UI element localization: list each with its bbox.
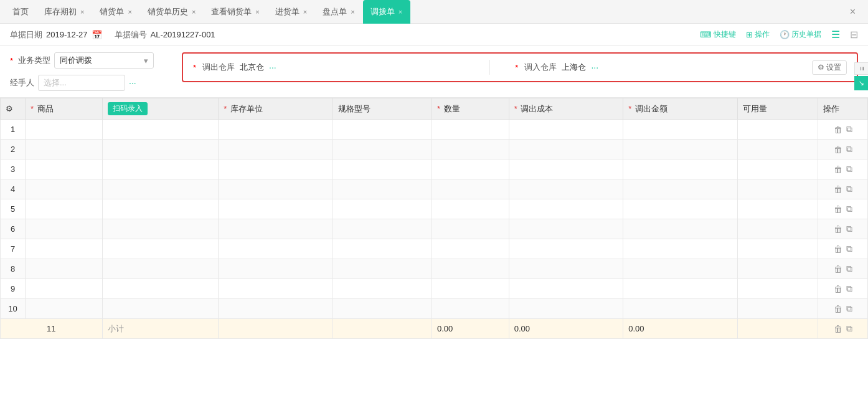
layout-icon-1[interactable]: ☰ (831, 29, 840, 40)
row-6-spec[interactable] (333, 219, 432, 239)
row-3-spec[interactable] (333, 159, 432, 179)
row-8-delete-icon[interactable]: 🗑 (834, 264, 842, 274)
row-1-cost[interactable] (509, 120, 623, 140)
row-5-unit[interactable] (219, 199, 333, 219)
data-table-wrap[interactable]: ⚙ * 商品 扫码录入 * 库存单位 规格型号 (0, 98, 868, 395)
row-9-product[interactable] (26, 279, 103, 299)
subtotal-copy-icon[interactable]: ⧉ (846, 323, 852, 334)
tab-transfer[interactable]: 调拨单 × (363, 0, 410, 24)
row-9-copy-icon[interactable]: ⧉ (846, 283, 852, 294)
row-6-copy-icon[interactable]: ⧉ (846, 224, 852, 234)
tab-inventory-init[interactable]: 库存期初 × (37, 0, 92, 24)
row-4-spec[interactable] (333, 179, 432, 199)
row-7-amount[interactable] (623, 239, 738, 259)
row-5-delete-icon[interactable]: 🗑 (834, 204, 842, 214)
row-3-unit[interactable] (219, 159, 333, 179)
row-2-amount[interactable] (623, 140, 738, 159)
row-4-qty[interactable] (432, 179, 509, 199)
row-2-copy-icon[interactable]: ⧉ (846, 144, 852, 155)
warehouse-in-value[interactable]: 上海仓 (562, 62, 586, 73)
tab-sales-order-close[interactable]: × (128, 8, 131, 16)
tab-sales-order[interactable]: 销货单 × (92, 0, 139, 24)
row-1-delete-icon[interactable]: 🗑 (834, 125, 842, 135)
row-2-product[interactable] (26, 140, 103, 159)
row-8-qty[interactable] (432, 259, 509, 279)
row-8-spec[interactable] (333, 259, 432, 279)
row-10-cost[interactable] (509, 299, 623, 319)
row-4-cost[interactable] (509, 179, 623, 199)
calendar-icon[interactable]: 📅 (92, 30, 102, 40)
row-7-cost[interactable] (509, 239, 623, 259)
row-6-unit[interactable] (219, 219, 333, 239)
business-type-select[interactable]: 同价调拨 ▾ (54, 52, 154, 69)
row-5-qty[interactable] (432, 199, 509, 219)
handler-input[interactable]: 选择... (38, 75, 125, 91)
row-9-amount[interactable] (623, 279, 738, 299)
row-2-spec[interactable] (333, 140, 432, 159)
row-7-delete-icon[interactable]: 🗑 (834, 244, 842, 254)
row-1-spec[interactable] (333, 120, 432, 140)
row-9-unit[interactable] (219, 279, 333, 299)
row-2-cost[interactable] (509, 140, 623, 159)
subtotal-delete-icon[interactable]: 🗑 (834, 324, 842, 334)
row-4-copy-icon[interactable]: ⧉ (846, 184, 852, 194)
row-6-delete-icon[interactable]: 🗑 (834, 224, 842, 234)
row-7-product[interactable] (26, 239, 103, 259)
row-10-delete-icon[interactable]: 🗑 (834, 304, 842, 314)
row-4-amount[interactable] (623, 179, 738, 199)
row-8-product[interactable] (26, 259, 103, 279)
row-4-unit[interactable] (219, 179, 333, 199)
row-5-cost[interactable] (509, 199, 623, 219)
row-7-unit[interactable] (219, 239, 333, 259)
tab-stocktake-close[interactable]: × (351, 8, 354, 16)
row-7-qty[interactable] (432, 239, 509, 259)
scan-entry-button[interactable]: 扫码录入 (108, 102, 148, 115)
row-5-amount[interactable] (623, 199, 738, 219)
row-7-copy-icon[interactable]: ⧉ (846, 244, 852, 254)
tab-purchase-order-close[interactable]: × (303, 8, 307, 16)
row-5-product[interactable] (26, 199, 103, 219)
row-5-copy-icon[interactable]: ⧉ (846, 204, 852, 214)
row-9-delete-icon[interactable]: 🗑 (834, 284, 842, 294)
row-8-unit[interactable] (219, 259, 333, 279)
row-1-unit[interactable] (219, 120, 333, 140)
row-2-delete-icon[interactable]: 🗑 (834, 145, 842, 155)
row-9-spec[interactable] (333, 279, 432, 299)
tab-transfer-close[interactable]: × (399, 8, 402, 16)
row-3-product[interactable] (26, 159, 103, 179)
row-8-copy-icon[interactable]: ⧉ (846, 264, 852, 274)
settings-button[interactable]: ⚙ 设置 (812, 60, 847, 75)
window-close-button[interactable]: × (842, 6, 863, 17)
row-4-product[interactable] (26, 179, 103, 199)
row-6-amount[interactable] (623, 219, 738, 239)
date-value[interactable]: 2019-12-27 (46, 30, 88, 39)
row-3-cost[interactable] (509, 159, 623, 179)
tab-home[interactable]: 首页 (5, 0, 37, 24)
layout-icon-2[interactable]: ⊟ (850, 29, 858, 40)
row-10-spec[interactable] (333, 299, 432, 319)
row-6-product[interactable] (26, 219, 103, 239)
history-button[interactable]: 🕐 历史单据 (780, 29, 821, 40)
shortcut-key-button[interactable]: ⌨ 快捷键 (700, 29, 736, 40)
warehouse-out-value[interactable]: 北京仓 (240, 62, 264, 73)
row-1-amount[interactable] (623, 120, 738, 140)
tab-stocktake[interactable]: 盘点单 × (315, 0, 362, 24)
row-2-unit[interactable] (219, 140, 333, 159)
row-3-qty[interactable] (432, 159, 509, 179)
row-6-qty[interactable] (432, 219, 509, 239)
col-header-scan[interactable]: 扫码录入 (102, 98, 219, 120)
warehouse-out-more-button[interactable]: ··· (269, 62, 276, 72)
row-9-cost[interactable] (509, 279, 623, 299)
row-1-product[interactable] (26, 120, 103, 140)
col-header-gear[interactable]: ⚙ (1, 98, 26, 120)
row-1-qty[interactable] (432, 120, 509, 140)
tab-view-sales[interactable]: 查看销货单 × (204, 0, 267, 24)
row-4-delete-icon[interactable]: 🗑 (834, 184, 842, 194)
row-3-copy-icon[interactable]: ⧉ (846, 164, 852, 174)
row-5-spec[interactable] (333, 199, 432, 219)
operation-button[interactable]: ⊞ 操作 (746, 29, 770, 40)
row-7-spec[interactable] (333, 239, 432, 259)
sidebar-export-button[interactable]: ↗ (854, 76, 868, 90)
row-8-amount[interactable] (623, 259, 738, 279)
tab-inventory-init-close[interactable]: × (80, 8, 84, 16)
